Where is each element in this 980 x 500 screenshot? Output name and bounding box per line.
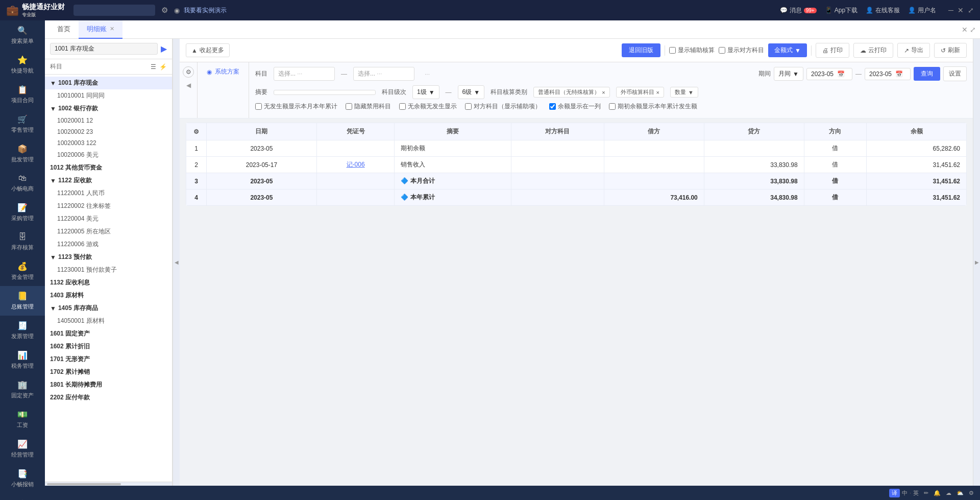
show-contra-checkbox[interactable]	[719, 47, 725, 54]
settings-icon[interactable]: ⚙	[161, 6, 168, 15]
filter-tag-quantity[interactable]: 数量 ▼	[670, 87, 698, 98]
sidebar-item-quicknav[interactable]: ⭐ 快捷导航	[0, 50, 45, 80]
print-button[interactable]: 🖨 打印	[816, 43, 849, 58]
settings-query-button[interactable]: 设置	[943, 66, 967, 81]
tree-item-11220002[interactable]: 11220002 往来标签	[45, 200, 172, 212]
period-start-input[interactable]: 2023-05 📅	[806, 68, 852, 80]
filter-toggle-icon[interactable]: ◀	[183, 80, 194, 91]
tree-item-1405[interactable]: ▼ 1405 库存商品	[45, 302, 172, 315]
online-service-button[interactable]: 👤 在线客服	[866, 6, 900, 15]
cell-voucher-2[interactable]: 记-006	[316, 157, 394, 173]
nav-arrow-icon[interactable]: ▶	[161, 44, 167, 54]
list-icon[interactable]: ☰	[151, 63, 156, 70]
tree-item-11220004[interactable]: 11220004 美元	[45, 212, 172, 225]
tree-item-11220005[interactable]: 11220005 所在地区	[45, 225, 172, 238]
sidebar-item-purchase[interactable]: 📝 采购管理	[0, 198, 45, 227]
sidebar-item-project[interactable]: 📋 项目合同	[0, 80, 45, 109]
filter-tag-normal[interactable]: 普通科目（无特殊核算） ×	[533, 87, 609, 98]
filter-settings-icon[interactable]: ⚙	[183, 66, 194, 78]
status-bar-translate[interactable]: 译 中 · 英	[889, 489, 919, 497]
tree-item-1702[interactable]: 1702 累计摊销	[45, 366, 172, 378]
col-settings-icon[interactable]: ⚙	[193, 128, 199, 135]
sidebar-item-ecom[interactable]: 🛍 小畅电商	[0, 169, 45, 198]
tree-item-1403[interactable]: 1403 原材料	[45, 289, 172, 302]
subject-start-input[interactable]: 选择... ···	[274, 67, 335, 81]
tree-item-1012[interactable]: 1012 其他货币资金	[45, 161, 172, 174]
hide-disabled-checkbox-label[interactable]: 隐藏禁用科目	[346, 102, 391, 111]
year-bal-checkbox[interactable]	[609, 103, 616, 110]
level-end-select[interactable]: 6级 ▼	[458, 85, 485, 99]
tree-item-1002[interactable]: ▼ 1002 银行存款	[45, 102, 172, 115]
status-bar-bell[interactable]: 🔔	[934, 490, 941, 496]
message-button[interactable]: 💬 消息 99+	[780, 6, 817, 15]
right-panel-collapse[interactable]: ▶	[973, 39, 980, 486]
no-balance-checkbox-label[interactable]: 无发生额显示本月本年累计	[255, 102, 337, 111]
sidebar-item-invoice[interactable]: 🧾 发票管理	[0, 316, 45, 345]
tree-item-1122[interactable]: ▼ 1122 应收款	[45, 174, 172, 187]
tab-detail[interactable]: 明细账 ✕	[79, 20, 122, 39]
top-search-input[interactable]	[74, 5, 155, 16]
tree-item-2202[interactable]: 2202 应付年款	[45, 391, 172, 404]
show-aux-checkbox[interactable]	[669, 47, 676, 54]
subject-end-input[interactable]: 选择... ···	[353, 67, 414, 81]
filter-icon[interactable]: ⚡	[159, 63, 167, 70]
left-panel-collapse-handle[interactable]: ◀	[173, 39, 180, 486]
contra-checkbox-label[interactable]: 对方科目（显示辅助项）	[465, 102, 541, 111]
amount-format-button[interactable]: 金额式 ▼	[768, 43, 807, 57]
tree-item-10020002[interactable]: 10020002 23	[45, 126, 172, 137]
tree-item-10020006[interactable]: 10020006 美元	[45, 149, 172, 161]
export-button[interactable]: ↗ 导出	[897, 43, 930, 58]
status-bar-settings[interactable]: ⚙	[969, 490, 974, 496]
tree-item-1602[interactable]: 1602 累计折旧	[45, 340, 172, 353]
contra-checkbox[interactable]	[465, 103, 472, 110]
status-bar-edit[interactable]: ✏	[924, 490, 928, 496]
tab-close-detail[interactable]: ✕	[110, 26, 114, 32]
demo-link[interactable]: 我要看实例演示	[184, 6, 227, 15]
filter-tag-foreign[interactable]: 外币核算科目 ×	[616, 87, 664, 98]
tree-item-10020001[interactable]: 10020001 12	[45, 115, 172, 126]
sidebar-item-search[interactable]: 🔍 搜索菜单	[0, 20, 45, 50]
tree-item-11230001[interactable]: 11230001 预付款黄子	[45, 264, 172, 276]
sidebar-item-wholesale[interactable]: 📦 批发管理	[0, 139, 45, 169]
sidebar-item-finance[interactable]: 💰 资金管理	[0, 256, 45, 286]
left-panel-scrollbar[interactable]	[45, 482, 172, 486]
minimize-button[interactable]: ─	[948, 6, 953, 14]
period-end-input[interactable]: 2023-05 📅	[865, 68, 911, 80]
sidebar-item-assets[interactable]: 🏢 固定资产	[0, 375, 45, 404]
tree-item-1123[interactable]: ▼ 1123 预付款	[45, 251, 172, 264]
system-scheme-item[interactable]: ◉ 系统方案	[203, 65, 243, 78]
app-download-button[interactable]: 📱 App下载	[825, 6, 857, 15]
tab-expand[interactable]: ⤢	[970, 26, 976, 34]
expand-button[interactable]: ⤢	[968, 6, 974, 14]
tree-item-11220001[interactable]: 11220001 人民币	[45, 187, 172, 200]
query-button[interactable]: 查询	[914, 67, 940, 81]
tree-item-1001[interactable]: ▼ 1001 库存现金	[45, 77, 172, 89]
sidebar-item-sales-report[interactable]: 📑 小畅报销	[0, 464, 45, 493]
sidebar-item-retail[interactable]: 🛒 零售管理	[0, 109, 45, 139]
tag-close-foreign[interactable]: ×	[656, 89, 659, 96]
year-bal-checkbox-label[interactable]: 期初余额显示本年累计发生额	[609, 102, 697, 111]
tab-close-all[interactable]: ✕	[962, 26, 968, 34]
cloud-print-button[interactable]: ☁ 云打印	[853, 43, 893, 58]
tag-close-quantity[interactable]: ▼	[688, 89, 694, 96]
level-start-select[interactable]: 1级 ▼	[412, 85, 439, 99]
tree-item-10020003[interactable]: 10020003 122	[45, 137, 172, 149]
period-type-select[interactable]: 月间 ▼	[774, 67, 803, 81]
no-balance2-checkbox[interactable]	[399, 103, 406, 110]
sidebar-item-ledger[interactable]: 📒 总账管理	[0, 286, 45, 316]
sidebar-item-inventory[interactable]: 🗄 库存核算	[0, 227, 45, 256]
user-avatar[interactable]: 👤 用户名	[908, 6, 936, 15]
sidebar-item-tax[interactable]: 📊 税务管理	[0, 345, 45, 375]
summary-input[interactable]	[274, 90, 376, 95]
back-old-button[interactable]: 退回旧版	[622, 43, 660, 57]
single-col-checkbox[interactable]	[549, 103, 556, 110]
show-aux-checkbox-label[interactable]: 显示辅助核算	[669, 46, 715, 55]
status-bar-cloud2[interactable]: ⛅	[957, 490, 964, 496]
expand-filter-button[interactable]: ▲ 收起更多	[186, 43, 230, 57]
sidebar-item-salary[interactable]: 💵 工资	[0, 404, 45, 434]
tree-item-10010001[interactable]: 10010001 同同同	[45, 89, 172, 102]
no-balance-checkbox[interactable]	[255, 103, 262, 110]
sidebar-item-ops[interactable]: 📈 经营管理	[0, 434, 45, 464]
single-col-checkbox-label[interactable]: 余额显示在一列	[549, 102, 601, 111]
hide-disabled-checkbox[interactable]	[346, 103, 352, 110]
